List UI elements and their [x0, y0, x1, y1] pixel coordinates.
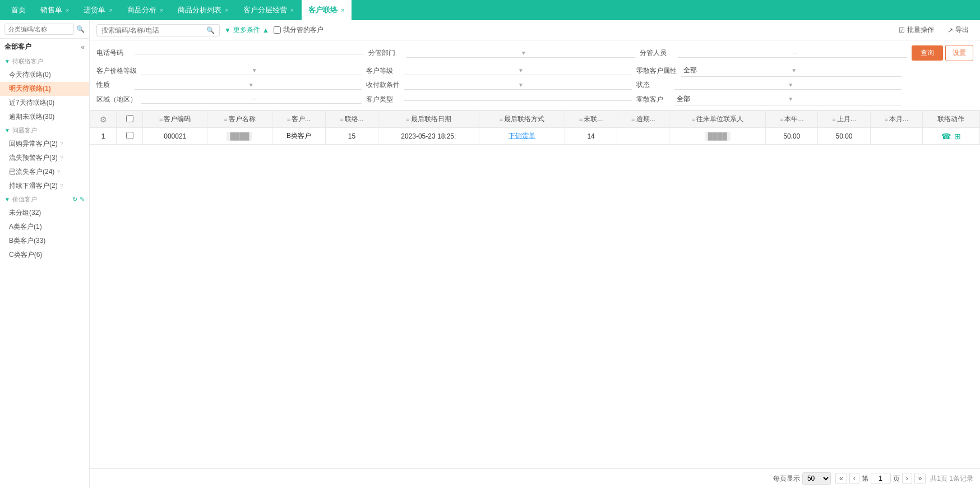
manager-select[interactable]: ··· [678, 49, 907, 58]
sidebar-item-lost-warning[interactable]: 流失预警客户(3) ? [0, 151, 89, 165]
status-select[interactable]: ▼ [674, 81, 902, 90]
price-level-select[interactable]: ▼ [141, 66, 362, 75]
export-btn[interactable]: ↗ 导出 [943, 24, 973, 36]
nav-customer-contact[interactable]: 客户联络 × [302, 0, 351, 20]
customer-type-select[interactable] [404, 98, 631, 101]
filter-manager: 分管人员 ··· [640, 48, 907, 58]
th-last-month[interactable]: ≡上月... [818, 111, 870, 128]
th-last-contact-method[interactable]: ≡最后联络方式 [479, 111, 565, 128]
th-contact[interactable]: ≡联络... [326, 111, 378, 128]
sidebar-item-tomorrow[interactable]: 明天待联络(1) [0, 82, 89, 96]
gear-icon[interactable]: ⚙ [100, 115, 107, 124]
select-all-checkbox[interactable] [126, 115, 133, 122]
refresh-icon[interactable]: ↻ [72, 196, 77, 203]
sidebar-item-ungrouped[interactable]: 未分组(32) [0, 206, 89, 220]
th-settings[interactable]: ⚙ [90, 111, 117, 128]
filter-icon: ▼ [224, 26, 231, 34]
last-page-btn[interactable]: » [914, 473, 926, 484]
td-last-contact-method[interactable]: 下销货单 [479, 128, 565, 145]
search-icon[interactable]: 🔍 [206, 26, 215, 34]
nav-home[interactable]: 首页 [4, 0, 33, 20]
row-checkbox[interactable] [126, 132, 133, 139]
nav-purchase[interactable]: 进货单 × [77, 0, 119, 20]
sidebar-item-lost[interactable]: 已流失客户(24) ? [0, 165, 89, 179]
sidebar-search-input[interactable] [4, 24, 74, 35]
chevron-down-icon: ▼ [791, 67, 899, 73]
setting-button[interactable]: 设置 [945, 45, 973, 61]
td-contact: 15 [326, 128, 378, 145]
retail-customer-select[interactable]: 全部 ▼ [674, 93, 902, 105]
close-icon[interactable]: × [225, 7, 228, 13]
th-customer-type[interactable]: ≡客户... [272, 111, 326, 128]
nav-customer-segment[interactable]: 客户分层经营 × [237, 0, 301, 20]
collapse-icon[interactable]: « [81, 43, 85, 51]
retail-attr-select[interactable]: 全部 ▼ [681, 65, 902, 77]
filter-row-4: 区域（地区） ··· 客户类型 零散客户 全部 ▼ [96, 93, 973, 105]
close-icon[interactable]: × [290, 7, 294, 13]
th-overdue[interactable]: ≡逾期... [617, 111, 669, 128]
close-icon[interactable]: × [160, 7, 163, 13]
customer-level-select[interactable]: ▼ [404, 66, 631, 75]
payment-select[interactable]: ▼ [404, 81, 631, 90]
td-checkbox[interactable] [117, 128, 143, 145]
next-page-btn[interactable]: › [902, 473, 912, 484]
sidebar-item-class-c[interactable]: C类客户(6) [0, 248, 89, 262]
region-select[interactable]: ··· [141, 95, 362, 104]
nav-analysis-table[interactable]: 商品分析列表 × [171, 0, 235, 20]
th-last-contact-date[interactable]: ≡最后联络日期 [378, 111, 479, 128]
gender-select[interactable]: ▼ [135, 81, 362, 90]
sidebar: 🔍 全部客户 « ▼ 待联络客户 今天待联络(0) 明天待联络(1) 近7天待联… [0, 20, 90, 488]
chevron-down-icon: ▼ [518, 67, 630, 73]
nav-analysis[interactable]: 商品分析 × [121, 0, 170, 20]
sort-icon: ≡ [832, 116, 835, 122]
query-button[interactable]: 查询 [912, 45, 943, 61]
page-size-select[interactable]: 50 100 200 [802, 472, 831, 485]
close-icon[interactable]: × [109, 7, 112, 13]
td-this-month [870, 128, 922, 145]
page-input[interactable] [871, 473, 891, 484]
sidebar-item-today[interactable]: 今天待联络(0) [0, 68, 89, 82]
first-page-btn[interactable]: « [835, 473, 847, 484]
close-icon[interactable]: × [66, 7, 69, 13]
th-checkbox[interactable] [117, 111, 143, 128]
sidebar-item-class-a[interactable]: A类客户(1) [0, 220, 89, 234]
th-this-year[interactable]: ≡本年... [766, 111, 818, 128]
search-icon[interactable]: 🔍 [76, 25, 85, 33]
filter-price-level: 客户价格等级 ▼ [96, 66, 362, 76]
sidebar-all-customers[interactable]: 全部客户 « [0, 39, 89, 55]
sidebar-item-abnormal[interactable]: 回购异常客户(2) ? [0, 137, 89, 151]
batch-ops-btn[interactable]: ☑ 批量操作 [894, 24, 939, 36]
nav-sales[interactable]: 销售单 × [34, 0, 76, 20]
sidebar-item-declining[interactable]: 持续下滑客户(2) ? [0, 179, 89, 193]
prev-page-btn[interactable]: ‹ [849, 473, 859, 484]
th-contact-person[interactable]: ≡往来单位联系人 [669, 111, 766, 128]
grid-action-icon[interactable]: ⊞ [954, 132, 961, 141]
triangle-icon: ▼ [4, 58, 10, 65]
th-this-month[interactable]: ≡本月... [870, 111, 922, 128]
th-name[interactable]: ≡客户名称 [207, 111, 272, 128]
my-customers-filter: 我分管的客户 [274, 25, 323, 35]
close-icon[interactable]: × [341, 7, 344, 13]
sidebar-item-overdue[interactable]: 逾期未联络(30) [0, 110, 89, 124]
sidebar-search-area: 🔍 [0, 20, 89, 39]
search-input-wrap: 🔍 [96, 24, 220, 36]
search-input[interactable] [101, 26, 206, 34]
content-area: 🔍 ▼ 更多条件 ▲ 我分管的客户 ☑ 批量操作 ↗ 导出 [90, 20, 980, 488]
pagination-nav: « ‹ 第 页 › » [835, 473, 926, 484]
my-customers-checkbox[interactable] [274, 26, 281, 34]
th-code[interactable]: ≡客户编码 [143, 111, 207, 128]
table-row: 1 000021 ████ B类客户 15 2023-05-23 18:25: … [90, 128, 980, 145]
th-not-contacted[interactable]: ≡未联... [565, 111, 617, 128]
th-action: 联络动作 [922, 111, 979, 128]
phone-input[interactable] [135, 52, 364, 54]
more-filters-btn[interactable]: ▼ 更多条件 ▲ [224, 25, 269, 35]
contact-method-link[interactable]: 下销货单 [509, 132, 535, 140]
filter-gender: 性质 ▼ [96, 80, 362, 90]
main-layout: 🔍 全部客户 « ▼ 待联络客户 今天待联络(0) 明天待联络(1) 近7天待联… [0, 20, 980, 488]
dept-select[interactable]: ▼ [406, 49, 636, 58]
sidebar-item-class-b[interactable]: B类客户(33) [0, 234, 89, 248]
sidebar-item-7days[interactable]: 近7天待联络(0) [0, 96, 89, 110]
phone-action-icon[interactable]: ☎ [941, 132, 951, 141]
filter-customer-type: 客户类型 [366, 95, 631, 104]
edit-icon[interactable]: ✎ [80, 196, 85, 203]
